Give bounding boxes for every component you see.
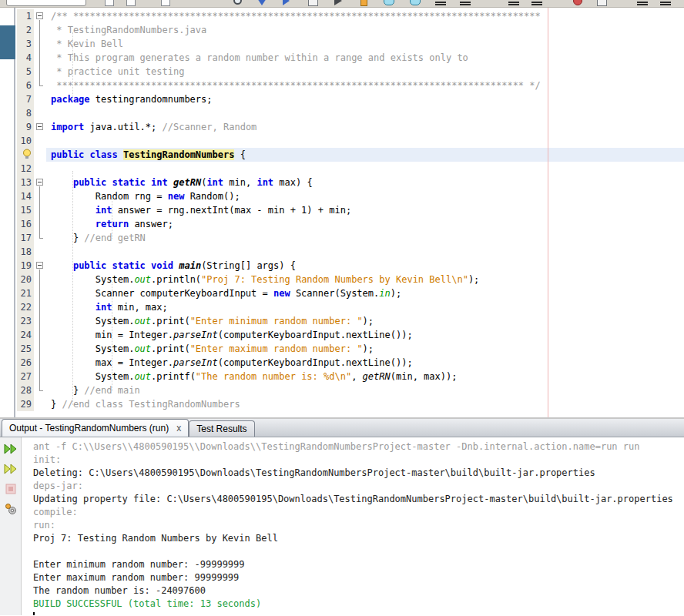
java-cup-icon[interactable] (384, 0, 394, 5)
error-status-icon[interactable] (573, 0, 582, 5)
code-text[interactable]: package testingrandomnumbers; (46, 92, 684, 106)
code-text[interactable]: min = Integer.parseInt(computerKeyboardI… (46, 328, 684, 342)
code-text[interactable]: public static void main(String[] args) { (46, 259, 684, 273)
tab-output-testingrandomnumbers-run-[interactable]: Output - TestingRandomNumbers (run)x (2, 419, 189, 437)
line-number[interactable]: 9 (17, 120, 34, 134)
code-text[interactable]: System.out.println("Proj 7: Testing Rand… (46, 273, 684, 286)
code-line[interactable]: 17 } //end getRN (17, 231, 684, 245)
stop-icon[interactable] (2, 480, 19, 497)
line-number[interactable]: 3 (17, 37, 34, 51)
code-line[interactable]: 14 Random rng = new Random(); (17, 189, 684, 203)
fold-toggle-icon[interactable] (36, 123, 43, 130)
redo-icon[interactable] (283, 0, 290, 5)
code-text[interactable]: import java.util.*; //Scanner, Random (46, 120, 684, 134)
rerun-icon[interactable] (2, 440, 19, 457)
rerun-with-args-icon[interactable] (2, 460, 19, 477)
code-text[interactable] (46, 134, 684, 148)
fold-toggle-icon[interactable] (36, 262, 43, 269)
code-line[interactable]: 15 int answer = rng.nextInt(max - min + … (17, 203, 684, 217)
fold-toggle-icon[interactable] (36, 179, 43, 186)
run-project-icon[interactable] (334, 0, 342, 5)
line-number[interactable]: 19 (17, 259, 34, 273)
minimized-window-button[interactable] (0, 25, 15, 59)
code-line[interactable]: 3 * Kevin Bell (17, 37, 684, 51)
code-text[interactable]: * Kevin Bell (46, 37, 684, 51)
new-file-icon[interactable] (105, 0, 114, 6)
code-text[interactable]: int min, max; (46, 300, 684, 314)
code-line[interactable]: public class TestingRandomNumbers { (17, 148, 684, 162)
code-line[interactable]: 19 public static void main(String[] args… (17, 259, 684, 273)
output-panel[interactable]: ant -f C:\\Users\\4800590195\\Downloads\… (0, 437, 684, 615)
hint-lightbulb-icon[interactable] (17, 148, 34, 162)
code-line[interactable]: 16 return answer; (17, 217, 684, 231)
line-number[interactable]: 6 (17, 79, 34, 92)
list-icon-5[interactable] (637, 0, 648, 5)
line-number[interactable]: 15 (17, 203, 34, 217)
line-number[interactable]: 26 (17, 356, 34, 370)
java-cup-icon-2[interactable] (410, 0, 421, 5)
undo-icon[interactable] (257, 0, 267, 5)
code-text[interactable]: } //end class TestingRandomNumbers (46, 397, 684, 411)
line-number[interactable]: 1 (17, 9, 34, 23)
list-icon-2[interactable] (460, 0, 471, 5)
code-text[interactable]: * This program generates a random number… (46, 51, 684, 65)
line-number[interactable]: 27 (17, 370, 34, 383)
code-line[interactable]: 26 max = Integer.parseInt(computerKeyboa… (17, 356, 684, 370)
line-number[interactable]: 25 (17, 342, 34, 356)
config-combo[interactable] (6, 0, 86, 6)
open-project-icon[interactable] (161, 0, 170, 6)
code-line[interactable]: 12 (17, 162, 684, 176)
code-line[interactable]: 9import java.util.*; //Scanner, Random (17, 120, 684, 134)
code-line[interactable]: 6 **************************************… (17, 79, 684, 92)
build-project-icon[interactable] (308, 0, 318, 6)
close-tab-icon[interactable]: x (176, 424, 181, 432)
code-text[interactable] (46, 106, 684, 120)
code-text[interactable]: ****************************************… (46, 79, 684, 92)
line-number[interactable]: 8 (17, 106, 34, 120)
code-line[interactable]: 8 (17, 106, 684, 120)
profile-project-icon[interactable] (360, 0, 367, 6)
code-line[interactable]: 18 (17, 245, 684, 259)
code-line[interactable]: 28 } //end main (17, 383, 684, 397)
code-text[interactable]: int answer = rng.nextInt(max - min + 1) … (46, 203, 684, 217)
line-number[interactable]: 18 (17, 245, 34, 259)
line-number[interactable]: 12 (17, 162, 34, 176)
line-number[interactable]: 20 (17, 273, 34, 286)
line-number[interactable]: 22 (17, 300, 34, 314)
line-number[interactable]: 14 (17, 189, 34, 203)
code-line[interactable]: 27 System.out.printf("The random number … (17, 370, 684, 383)
new-project-icon[interactable] (126, 0, 136, 6)
code-text[interactable]: return answer; (46, 217, 684, 231)
output-text[interactable]: ant -f C:\\Users\\4800590195\\Downloads\… (22, 437, 684, 615)
code-text[interactable]: } //end getRN (46, 231, 684, 245)
code-line[interactable]: 5 * practice unit testing (17, 65, 684, 79)
line-number[interactable]: 17 (17, 231, 34, 245)
code-text[interactable]: Random rng = new Random(); (46, 189, 684, 203)
list-icon-6[interactable] (660, 0, 671, 5)
code-line[interactable]: 29} //end class TestingRandomNumbers (17, 397, 684, 411)
code-line[interactable]: 2 * TestingRandomNumbers.java (17, 23, 684, 37)
code-text[interactable] (46, 162, 684, 176)
search-icon[interactable] (233, 0, 242, 5)
line-number[interactable]: 5 (17, 65, 34, 79)
code-text[interactable]: public class TestingRandomNumbers { (46, 148, 684, 162)
line-number[interactable]: 4 (17, 51, 34, 65)
line-number[interactable]: 29 (17, 397, 34, 411)
code-editor[interactable]: 1/** ***********************************… (17, 8, 684, 417)
code-line[interactable]: 24 min = Integer.parseInt(computerKeyboa… (17, 328, 684, 342)
line-number[interactable]: 24 (17, 328, 34, 342)
line-number[interactable]: 23 (17, 314, 34, 328)
code-text[interactable]: Scanner computerKeyboardInput = new Scan… (46, 286, 684, 300)
fold-toggle-icon[interactable] (36, 12, 43, 19)
line-number[interactable]: 21 (17, 286, 34, 300)
line-number[interactable]: 7 (17, 92, 34, 106)
tab-test-results[interactable]: Test Results (189, 420, 254, 437)
code-text[interactable]: System.out.printf("The random number is:… (46, 370, 684, 383)
code-text[interactable]: } //end main (46, 383, 684, 397)
code-line[interactable]: 13 public static int getRN(int min, int … (17, 176, 684, 189)
memory-box-icon[interactable] (597, 0, 607, 6)
code-line[interactable]: 21 Scanner computerKeyboardInput = new S… (17, 286, 684, 300)
line-number[interactable]: 28 (17, 383, 34, 397)
code-line[interactable]: 25 System.out.print("Enter maximum rando… (17, 342, 684, 356)
code-text[interactable]: /** ************************************… (46, 9, 684, 23)
